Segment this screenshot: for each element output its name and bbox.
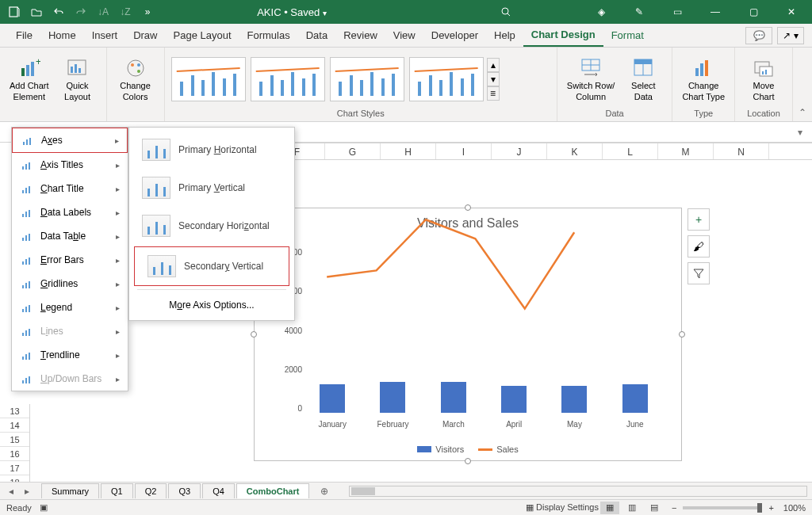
bar[interactable] — [380, 382, 405, 413]
col-header-K[interactable]: K — [547, 143, 603, 159]
chart-filters-button[interactable] — [688, 262, 710, 284]
ribbon-mode-icon[interactable]: ▭ — [661, 2, 693, 21]
chart-style-gallery[interactable] — [171, 57, 484, 101]
tab-formulas[interactable]: Formulas — [239, 25, 298, 46]
quick-layout-button[interactable]: Quick Layout — [56, 54, 100, 103]
open-icon[interactable] — [27, 2, 46, 21]
sheet-tab-summary[interactable]: Summary — [41, 483, 99, 498]
col-header-I[interactable]: I — [436, 143, 492, 159]
col-header-L[interactable]: L — [603, 143, 658, 159]
chart-style-3[interactable] — [330, 57, 404, 101]
sort-asc-icon[interactable]: ↓A — [94, 2, 113, 21]
menu-item-trendline[interactable]: Trendline▸ — [12, 343, 128, 367]
minimize-button[interactable]: — — [699, 2, 731, 21]
change-colors-button[interactable]: Change Colors — [113, 54, 158, 103]
tab-view[interactable]: View — [385, 25, 423, 46]
chart-styles-button[interactable]: 🖌 — [688, 235, 710, 258]
tab-file[interactable]: File — [8, 25, 40, 46]
menu-item-legend[interactable]: Legend▸ — [12, 296, 128, 319]
embedded-chart[interactable]: Visitors and Sales 80006000400020000 Jan… — [254, 208, 682, 461]
more-axis-options[interactable]: More Axis Options... — [129, 293, 294, 317]
draw-mode-icon[interactable]: ✎ — [623, 2, 655, 21]
tab-data[interactable]: Data — [298, 25, 335, 46]
col-header-M[interactable]: M — [658, 143, 714, 159]
share-button[interactable]: ↗ ▾ — [777, 27, 804, 44]
undo-icon[interactable] — [49, 2, 68, 21]
tab-draw[interactable]: Draw — [125, 25, 165, 46]
switch-row-column-button[interactable]: Switch Row/ Column — [564, 54, 619, 103]
menu-item-data-table[interactable]: Data Table▸ — [12, 224, 128, 248]
menu-item-error-bars[interactable]: Error Bars▸ — [12, 248, 128, 272]
chart-legend[interactable]: Visitors Sales — [255, 444, 681, 454]
macro-record-icon[interactable]: ▣ — [40, 502, 48, 513]
sheet-tab-combochart[interactable]: ComboChart — [236, 483, 310, 498]
collapse-ribbon-icon[interactable]: ⌃ — [799, 107, 806, 118]
col-header-N[interactable]: N — [714, 143, 769, 159]
sheet-tab-q4[interactable]: Q4 — [202, 483, 235, 498]
save-icon[interactable] — [5, 2, 24, 21]
tab-home[interactable]: Home — [40, 25, 84, 46]
axes-option-primary-vertical[interactable]: Primary Vertical — [129, 169, 294, 207]
zoom-out-button[interactable]: − — [672, 503, 676, 513]
sheet-tab-q2[interactable]: Q2 — [135, 483, 167, 498]
menu-item-gridlines[interactable]: Gridlines▸ — [12, 272, 128, 296]
horizontal-scrollbar[interactable] — [349, 486, 807, 497]
normal-view-button[interactable]: ▦ — [600, 502, 619, 514]
row-header-16[interactable]: 16 — [0, 447, 29, 461]
row-header-14[interactable]: 14 — [0, 418, 29, 433]
tab-help[interactable]: Help — [486, 25, 523, 46]
premium-icon[interactable]: ◈ — [585, 2, 617, 21]
select-data-button[interactable]: Select Data — [621, 54, 665, 103]
col-header-H[interactable]: H — [381, 143, 436, 159]
maximize-button[interactable]: ▢ — [737, 2, 769, 21]
qat-overflow-icon[interactable]: » — [138, 2, 157, 21]
col-header-J[interactable]: J — [492, 143, 547, 159]
bar[interactable] — [561, 386, 587, 413]
page-layout-view-button[interactable]: ▥ — [622, 502, 642, 514]
sheet-nav-next-icon[interactable]: ▸ — [21, 485, 33, 498]
zoom-in-button[interactable]: + — [768, 503, 773, 513]
close-button[interactable]: ✕ — [776, 2, 807, 21]
row-header-15[interactable]: 15 — [0, 433, 29, 447]
sheet-tab-q1[interactable]: Q1 — [101, 483, 133, 498]
menu-item-axes[interactable]: Axes▸ — [12, 128, 128, 153]
new-sheet-button[interactable]: ⊕ — [316, 483, 333, 500]
tab-developer[interactable]: Developer — [423, 25, 486, 46]
add-chart-element-button[interactable]: + Add Chart Element — [6, 54, 52, 103]
bar[interactable] — [320, 384, 345, 413]
comments-button[interactable]: 💬 — [745, 27, 772, 44]
tab-chart-design[interactable]: Chart Design — [523, 24, 603, 47]
style-gallery-spinner[interactable]: ▴ ▾ ≡ — [487, 58, 500, 101]
gallery-down-icon[interactable]: ▾ — [487, 72, 500, 86]
sheet-tab-q3[interactable]: Q3 — [168, 483, 201, 498]
axes-option-primary-horizontal[interactable]: Primary Horizontal — [129, 131, 294, 169]
zoom-level[interactable]: 100% — [783, 503, 806, 513]
menu-item-axis-titles[interactable]: Axis Titles▸ — [12, 153, 128, 177]
redo-icon[interactable] — [71, 2, 90, 21]
chart-style-1[interactable] — [171, 57, 246, 101]
chart-style-4[interactable] — [409, 57, 484, 101]
display-settings-button[interactable]: ▦ Display Settings — [526, 502, 599, 513]
page-break-view-button[interactable]: ▤ — [645, 502, 664, 514]
row-header-13[interactable]: 13 — [0, 404, 29, 418]
sheet-nav-prev-icon[interactable]: ◂ — [5, 485, 17, 498]
bar[interactable] — [501, 386, 527, 413]
gallery-up-icon[interactable]: ▴ — [487, 58, 500, 72]
menu-item-data-labels[interactable]: Data Labels▸ — [12, 200, 128, 224]
zoom-slider[interactable] — [683, 506, 762, 509]
tab-review[interactable]: Review — [335, 25, 385, 46]
chart-style-2[interactable] — [251, 57, 325, 101]
move-chart-button[interactable]: Move Chart — [741, 54, 786, 103]
row-header-17[interactable]: 17 — [0, 461, 29, 475]
chart-elements-button[interactable]: + — [688, 208, 710, 231]
axes-option-secondary-horizontal[interactable]: Secondary Horizontal — [129, 207, 294, 245]
sort-desc-icon[interactable]: ↓Z — [116, 2, 135, 21]
tab-format[interactable]: Format — [603, 25, 652, 46]
plot-area[interactable] — [302, 248, 665, 413]
col-header-G[interactable]: G — [325, 143, 381, 159]
tab-page-layout[interactable]: Page Layout — [166, 25, 239, 46]
gallery-more-icon[interactable]: ≡ — [487, 86, 500, 101]
bar[interactable] — [441, 382, 466, 413]
search-button[interactable] — [427, 6, 585, 18]
row-header-18[interactable]: 18 — [0, 475, 29, 482]
